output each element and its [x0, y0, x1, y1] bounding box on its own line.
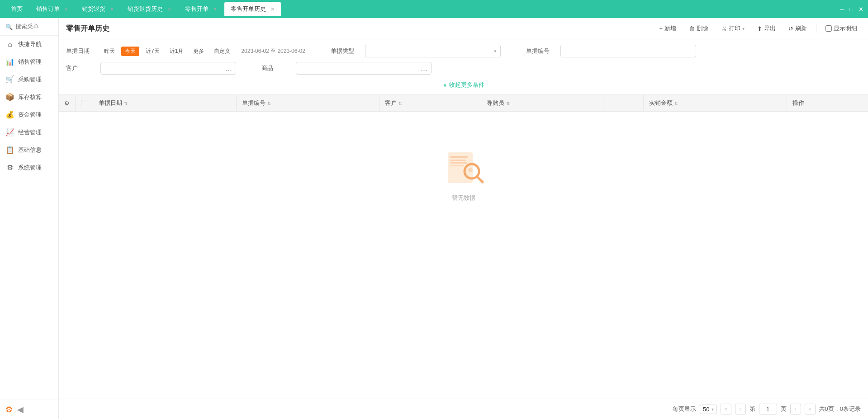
- sidebar-item-inventory[interactable]: 📦 库存核算: [0, 88, 58, 106]
- tab-retail-open-close[interactable]: ✕: [213, 6, 217, 12]
- purchase-icon: 🛒: [5, 75, 14, 84]
- basic-info-icon: 📋: [5, 146, 14, 154]
- refresh-button[interactable]: ↺ 刷新: [785, 23, 811, 34]
- delete-label: 删除: [697, 24, 708, 33]
- last-page-icon: »: [808, 406, 811, 412]
- sidebar-item-system[interactable]: ⚙ 系统管理: [0, 159, 58, 176]
- page-number-input[interactable]: [759, 404, 777, 414]
- th-settings[interactable]: ⚙: [59, 95, 76, 112]
- date-opt-last1month[interactable]: 近1月: [166, 47, 187, 56]
- delete-button[interactable]: 🗑 删除: [685, 23, 712, 34]
- maximize-button[interactable]: □: [849, 6, 853, 12]
- minimize-button[interactable]: ─: [840, 6, 844, 12]
- prev-page-button[interactable]: ‹: [735, 404, 746, 414]
- collapse-icon: ∧: [443, 82, 447, 89]
- orderno-filter-input[interactable]: [560, 45, 696, 57]
- th-amount[interactable]: 实销金额 ⇅: [644, 95, 787, 112]
- home-icon: ⌂: [5, 40, 14, 48]
- tab-retail-open[interactable]: 零售开单 ✕: [179, 2, 223, 16]
- filter-panel: 单据日期 昨天 今天 近7天 近1月 更多 自定义 2023-06-02 至 2…: [59, 39, 868, 95]
- add-button[interactable]: + 新增: [655, 23, 680, 34]
- export-button[interactable]: ⬆ 导出: [754, 23, 779, 34]
- content-area: 零售开单历史 + 新增 🗑 删除 🖨 打印 ▾ ⬆ 导出: [59, 18, 868, 419]
- date-opt-today[interactable]: 今天: [121, 47, 139, 56]
- last-page-button[interactable]: »: [805, 404, 816, 414]
- tab-sales-order-label: 销售订单: [36, 5, 60, 13]
- sidebar-item-operations[interactable]: 📈 经营管理: [0, 123, 58, 141]
- th-customer-label: 客户: [385, 99, 397, 107]
- sidebar-item-finance[interactable]: 💰 资金管理: [0, 106, 58, 123]
- th-checkbox[interactable]: [76, 95, 93, 112]
- prev-page-icon: ‹: [740, 406, 741, 412]
- select-all-checkbox[interactable]: [81, 100, 87, 106]
- sidebar-item-operations-label: 经营管理: [18, 128, 42, 137]
- type-filter-arrow: ▾: [494, 48, 497, 54]
- date-opt-yesterday[interactable]: 昨天: [100, 47, 119, 56]
- first-page-button[interactable]: «: [721, 404, 731, 414]
- window-controls: ─ □ ✕: [840, 6, 863, 12]
- th-actions: 操作: [787, 95, 868, 112]
- svg-rect-3: [450, 162, 467, 164]
- sidebar-item-sales[interactable]: 📊 销售管理: [0, 53, 58, 71]
- collapse-more-button[interactable]: ∧ 收起更多条件: [66, 79, 861, 91]
- product-filter-label: 商品: [261, 64, 289, 72]
- th-order-no-label: 单据编号: [242, 99, 266, 107]
- tab-home[interactable]: 首页: [5, 2, 29, 16]
- th-order-no[interactable]: 单据编号 ⇅: [236, 95, 379, 112]
- product-dots-icon: ...: [421, 64, 427, 72]
- display-detail-checkbox[interactable]: [825, 25, 832, 32]
- date-opt-more[interactable]: 更多: [190, 47, 208, 56]
- th-actions-label: 操作: [792, 99, 804, 106]
- th-salesperson[interactable]: 导购员 ⇅: [481, 95, 603, 112]
- th-spacer: [603, 95, 644, 112]
- display-detail-button[interactable]: 显示明细: [822, 23, 861, 34]
- print-icon: 🖨: [721, 25, 727, 32]
- th-date[interactable]: 单据日期 ⇅: [93, 95, 237, 112]
- next-page-icon: ›: [795, 406, 797, 412]
- empty-icon: [441, 148, 486, 188]
- tab-sales-return-close[interactable]: ✕: [110, 6, 114, 12]
- data-table: ⚙ 单据日期 ⇅ 单据编号: [59, 95, 868, 238]
- filter-row-2: 客户 ... 商品 ...: [66, 62, 861, 75]
- tab-retail-open-history-close[interactable]: ✕: [270, 6, 275, 12]
- product-filter-input[interactable]: ...: [296, 62, 432, 75]
- th-salesperson-sort-icon: ⇅: [506, 101, 510, 106]
- sidebar-item-basic-info[interactable]: 📋 基础信息: [0, 141, 58, 159]
- tab-sales-return[interactable]: 销货退货 ✕: [76, 2, 120, 16]
- tab-retail-open-history[interactable]: 零售开单历史 ✕: [224, 2, 281, 16]
- sidebar-collapse-button[interactable]: ◀: [17, 405, 24, 414]
- sidebar-item-sales-label: 销售管理: [18, 58, 42, 66]
- svg-rect-4: [450, 165, 464, 166]
- sidebar-settings-button[interactable]: ⚙: [5, 405, 13, 414]
- sidebar-item-purchase[interactable]: 🛒 采购管理: [0, 71, 58, 88]
- per-page-label: 每页显示: [673, 405, 696, 413]
- inventory-icon: 📦: [5, 93, 14, 101]
- main-layout: 🔍 搜索采单 ⌂ 快捷导航 📊 销售管理 🛒 采购管理 📦 库存核算 💰 资金管…: [0, 18, 868, 419]
- sidebar-search[interactable]: 🔍 搜索采单: [0, 18, 58, 36]
- print-button[interactable]: 🖨 打印 ▾: [717, 23, 748, 34]
- date-opt-last7[interactable]: 近7天: [142, 47, 163, 56]
- close-button[interactable]: ✕: [859, 6, 863, 12]
- tab-sales-return-history-close[interactable]: ✕: [167, 6, 171, 12]
- tab-sales-return-history[interactable]: 销货退货历史 ✕: [121, 2, 178, 16]
- type-filter-select[interactable]: ▾: [365, 45, 501, 57]
- th-customer[interactable]: 客户 ⇅: [379, 95, 481, 112]
- date-opt-custom[interactable]: 自定义: [210, 47, 234, 56]
- per-page-arrow: ▾: [711, 407, 714, 412]
- sidebar-item-inventory-label: 库存核算: [18, 93, 42, 101]
- th-customer-sort-icon: ⇅: [398, 101, 402, 106]
- empty-row: 暂无数据: [59, 112, 868, 239]
- customer-filter-input[interactable]: ...: [100, 62, 236, 75]
- tab-sales-order-close[interactable]: ✕: [64, 6, 68, 12]
- toolbar-divider: [816, 24, 816, 33]
- print-label: 打印: [729, 24, 740, 33]
- per-page-select[interactable]: 50 ▾: [700, 405, 716, 414]
- search-icon: 🔍: [5, 24, 13, 30]
- display-detail-label: 显示明细: [834, 24, 857, 33]
- sidebar-bottom: ⚙ ◀: [0, 400, 58, 419]
- next-page-button[interactable]: ›: [790, 404, 801, 414]
- tab-sales-order[interactable]: 销售订单 ✕: [30, 2, 75, 16]
- th-salesperson-label: 导购员: [487, 99, 504, 107]
- sidebar-item-quick-nav[interactable]: ⌂ 快捷导航: [0, 36, 58, 53]
- empty-state: 暂无数据: [59, 112, 868, 238]
